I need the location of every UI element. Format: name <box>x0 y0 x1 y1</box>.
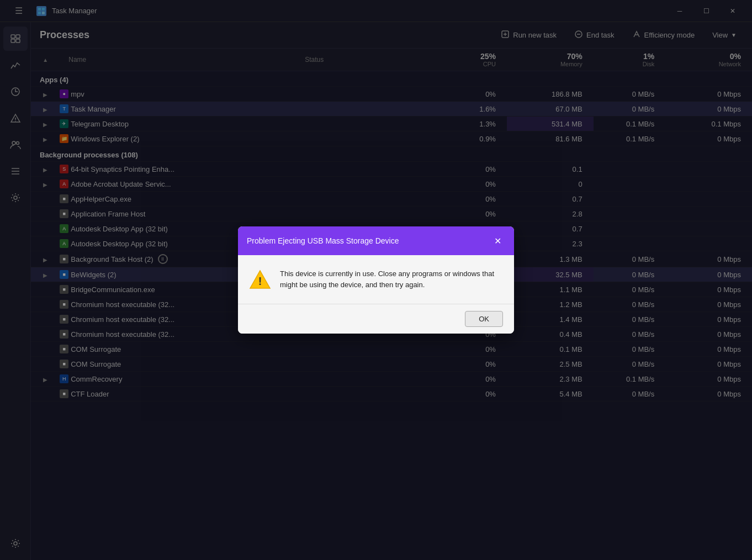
dialog-ok-button[interactable]: OK <box>465 311 503 327</box>
dialog-title-bar: Problem Ejecting USB Mass Storage Device… <box>238 226 514 255</box>
dialog-message-text: This device is currently in use. Close a… <box>280 268 503 290</box>
svg-text:!: ! <box>258 275 262 287</box>
dialog-overlay: Problem Ejecting USB Mass Storage Device… <box>0 0 752 560</box>
dialog-close-button[interactable]: ✕ <box>490 233 505 249</box>
warning-icon: ! <box>249 268 271 290</box>
usb-eject-dialog: Problem Ejecting USB Mass Storage Device… <box>238 226 514 334</box>
dialog-title-text: Problem Ejecting USB Mass Storage Device <box>247 236 399 245</box>
dialog-body: ! This device is currently in use. Close… <box>238 255 514 304</box>
dialog-footer: OK <box>238 304 514 334</box>
